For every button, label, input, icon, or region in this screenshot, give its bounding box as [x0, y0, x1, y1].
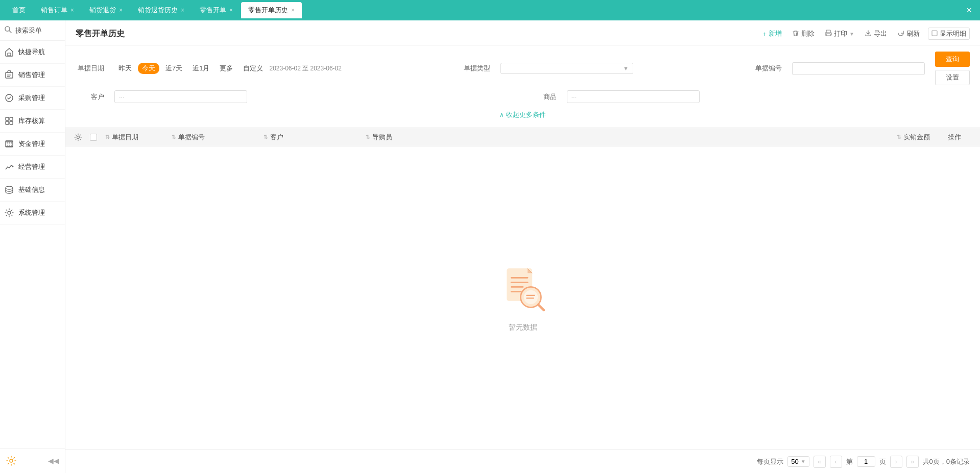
tab-sales-return[interactable]: 销货退货 × [82, 2, 130, 18]
last-page-btn[interactable]: » [906, 456, 919, 468]
date-btn-more[interactable]: 更多 [216, 63, 237, 74]
collapse-more-btn[interactable]: ∧ 收起更多条件 [76, 108, 970, 121]
table-header: ⇅ 单据日期 ⇅ 单据编号 ⇅ 客户 ⇅ 导购员 ⇅ 实销金额 [65, 128, 980, 146]
table-area: ⇅ 单据日期 ⇅ 单据编号 ⇅ 客户 ⇅ 导购员 ⇅ 实销金额 [65, 128, 980, 473]
table-select-all-checkbox[interactable] [86, 134, 101, 141]
prev-page-btn[interactable]: ‹ [830, 456, 842, 468]
th-guide-label: 导购员 [372, 133, 392, 142]
sidebar-item-sales-mgmt-label: 销售管理 [18, 70, 45, 80]
th-amount[interactable]: ⇅ 实销金额 [873, 133, 934, 142]
refresh-label: 刷新 [906, 29, 920, 38]
svg-point-13 [6, 186, 13, 189]
top-bar: 首页 销售订单 × 销货退货 × 销货退货历史 × 零售开单 × 零售开单历史 … [0, 0, 980, 20]
tab-sales-return-history[interactable]: 销货退货历史 × [131, 2, 192, 18]
print-button[interactable]: 打印 ▼ [823, 28, 856, 39]
product-input[interactable]: ··· [567, 90, 700, 103]
page-prefix-label: 第 [846, 457, 853, 466]
collapse-more-label: 收起更多条件 [506, 110, 546, 119]
date-btn-custom[interactable]: 自定义 [239, 63, 267, 74]
date-btn-last7[interactable]: 近7天 [161, 63, 186, 74]
display-columns-label: 显示明细 [940, 29, 966, 38]
table-settings-icon[interactable] [70, 133, 86, 141]
date-btn-yesterday[interactable]: 昨天 [114, 63, 136, 74]
export-button[interactable]: 导出 [863, 28, 889, 39]
tab-sales-order-label: 销售订单 [41, 6, 67, 15]
next-page-btn[interactable]: › [890, 456, 902, 468]
checkbox-icon [931, 30, 938, 38]
tab-retail-open-label: 零售开单 [200, 6, 226, 15]
top-bar-close-area: × [963, 4, 975, 17]
svg-point-12 [12, 166, 14, 167]
add-button[interactable]: + 新增 [761, 28, 784, 39]
collapse-arrow-icon[interactable]: ◀◀ [46, 454, 61, 468]
tab-sales-order-close[interactable]: × [70, 7, 74, 14]
tab-home[interactable]: 首页 [5, 2, 33, 18]
svg-point-19 [77, 136, 80, 138]
query-button[interactable]: 查询 [935, 52, 970, 67]
sidebar-item-sales-mgmt[interactable]: 销售管理 [0, 64, 65, 87]
sidebar-item-sys-mgmt[interactable]: 系统管理 [0, 202, 65, 225]
search-icon [4, 26, 12, 35]
display-columns-button[interactable]: 显示明细 [928, 28, 970, 40]
filter-row-1: 单据日期 昨天 今天 近7天 近1月 更多 自定义 2023-06-02 至 2… [76, 52, 970, 85]
sidebar-item-sys-mgmt-label: 系统管理 [18, 208, 45, 217]
svg-rect-18 [932, 31, 937, 36]
product-ellipsis: ··· [571, 93, 577, 101]
th-guide[interactable]: ⇅ 导购员 [362, 133, 423, 142]
page-number-input[interactable] [857, 456, 875, 467]
biz-icon [4, 162, 14, 172]
tab-sales-return-history-close[interactable]: × [181, 7, 184, 14]
total-info: 共0页，0条记录 [923, 457, 970, 466]
add-label: 新增 [769, 29, 782, 38]
svg-rect-17 [826, 34, 830, 36]
settings-gear-icon[interactable] [4, 454, 18, 468]
th-guide-sort-icon: ⇅ [366, 134, 370, 140]
date-btn-last1month[interactable]: 近1月 [188, 63, 213, 74]
content-area: 零售开单历史 + 新增 删除 [65, 20, 980, 473]
th-amount-label: 实销金额 [903, 133, 930, 142]
empty-text: 暂无数据 [509, 323, 537, 332]
tab-retail-open[interactable]: 零售开单 × [193, 2, 240, 18]
sidebar-search[interactable]: 搜索采单 [0, 20, 65, 41]
sidebar-item-quick-nav-label: 快捷导航 [18, 47, 45, 57]
sidebar-item-purchase-mgmt[interactable]: 采购管理 [0, 87, 65, 110]
page-suffix-label: 页 [879, 457, 886, 466]
tab-sales-order[interactable]: 销售订单 × [34, 2, 81, 18]
date-btn-today[interactable]: 今天 [138, 63, 159, 74]
filter-bar: 单据日期 昨天 今天 近7天 近1月 更多 自定义 2023-06-02 至 2… [65, 45, 980, 128]
empty-state: 暂无数据 [65, 146, 980, 450]
customer-input[interactable]: ··· [114, 90, 247, 103]
sidebar-item-base-info[interactable]: 基础信息 [0, 179, 65, 202]
tab-retail-open-history[interactable]: 零售开单历史 × [241, 2, 302, 18]
svg-rect-9 [6, 121, 9, 125]
tab-sales-return-close[interactable]: × [119, 7, 123, 14]
th-date[interactable]: ⇅ 单据日期 [101, 133, 168, 142]
window-close-btn[interactable]: × [963, 4, 975, 17]
th-customer-label: 客户 [270, 133, 283, 142]
sidebar-item-biz-mgmt[interactable]: 经营管理 [0, 156, 65, 179]
purchase-icon [4, 93, 14, 103]
th-amount-sort-icon: ⇅ [897, 134, 901, 140]
number-input[interactable] [792, 62, 925, 75]
refresh-button[interactable]: 刷新 [895, 28, 922, 39]
settings-button[interactable]: 设置 [935, 70, 970, 85]
th-number[interactable]: ⇅ 单据编号 [168, 133, 259, 142]
customer-label: 客户 [76, 92, 104, 102]
plus-icon: + [763, 30, 767, 38]
tab-retail-open-history-close[interactable]: × [291, 7, 295, 14]
date-range-display: 2023-06-02 至 2023-06-02 [269, 64, 341, 73]
sidebar-item-finance-mgmt[interactable]: 资金管理 [0, 133, 65, 156]
first-page-btn[interactable]: « [814, 456, 826, 468]
sidebar-item-finance-mgmt-label: 资金管理 [18, 139, 45, 148]
sidebar-item-inventory[interactable]: 库存核算 [0, 110, 65, 133]
type-select[interactable]: ▼ [500, 63, 633, 74]
per-page-label: 每页显示 [757, 457, 783, 466]
delete-button[interactable]: 删除 [790, 28, 817, 39]
svg-point-15 [10, 459, 13, 462]
th-customer[interactable]: ⇅ 客户 [259, 133, 362, 142]
tab-retail-open-close[interactable]: × [229, 7, 233, 14]
page-title: 零售开单历史 [76, 29, 125, 39]
sidebar-item-quick-nav[interactable]: 快捷导航 [0, 41, 65, 64]
sidebar-item-inventory-label: 库存核算 [18, 116, 45, 126]
per-page-select[interactable]: 50 ▼ [787, 456, 809, 467]
